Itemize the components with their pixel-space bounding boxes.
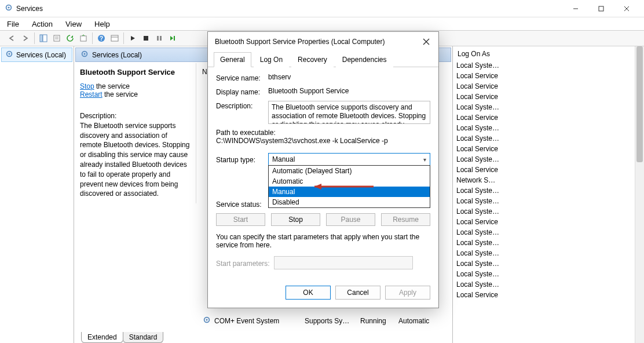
dialog-tab-logon[interactable]: Log On bbox=[254, 52, 289, 67]
toolbar-pause-icon[interactable] bbox=[153, 32, 166, 45]
logon-value[interactable]: Local Service bbox=[456, 144, 641, 154]
svg-point-23 bbox=[83, 53, 85, 54]
service-row-com-event-system[interactable]: COM+ Event System Supports Sy… Running A… bbox=[199, 313, 442, 328]
tab-standard[interactable]: Standard bbox=[123, 332, 164, 343]
logon-value[interactable]: Local Service bbox=[456, 112, 641, 123]
toolbar-refresh-icon[interactable] bbox=[64, 32, 76, 45]
toolbar-properties-icon[interactable] bbox=[50, 32, 63, 45]
window-maximize-button[interactable] bbox=[588, 0, 614, 17]
dialog-close-button[interactable] bbox=[421, 37, 431, 47]
svg-point-21 bbox=[8, 53, 10, 54]
startup-type-combobox[interactable]: Manual ▾ Automatic (Delayed Start) Autom… bbox=[268, 153, 430, 166]
tree-item-label: Services (Local) bbox=[16, 51, 66, 59]
toolbar-export-icon[interactable] bbox=[77, 32, 90, 45]
logon-value[interactable]: Local Syste… bbox=[456, 60, 641, 71]
menu-view[interactable]: View bbox=[63, 19, 84, 30]
pause-button[interactable]: Pause bbox=[326, 213, 375, 226]
logon-value[interactable]: Local Syste… bbox=[456, 196, 641, 206]
svg-rect-6 bbox=[40, 35, 42, 42]
description-label: Description: bbox=[216, 101, 268, 110]
stop-button[interactable]: Stop bbox=[271, 213, 320, 226]
logon-value[interactable]: Local Syste… bbox=[456, 248, 641, 258]
logon-value[interactable]: Local Syste… bbox=[456, 279, 641, 290]
startup-opt-disabled[interactable]: Disabled bbox=[269, 197, 430, 207]
svg-rect-17 bbox=[157, 36, 159, 41]
logon-value[interactable]: Local Service bbox=[456, 217, 641, 227]
svg-rect-3 bbox=[599, 6, 603, 11]
svg-rect-14 bbox=[111, 35, 118, 41]
service-row-desc: Supports Sy… bbox=[305, 317, 357, 325]
service-row-name: COM+ Event System bbox=[214, 317, 301, 325]
logon-value[interactable]: Local Syste… bbox=[456, 238, 641, 248]
tree-item-services-local[interactable]: Services (Local) bbox=[1, 48, 72, 62]
toolbar-restart-icon[interactable] bbox=[166, 32, 179, 45]
dialog-tab-recovery[interactable]: Recovery bbox=[291, 52, 334, 67]
logon-value-list: Local Syste…Local ServiceLocal ServiceLo… bbox=[456, 60, 641, 300]
resume-button[interactable]: Resume bbox=[381, 213, 430, 226]
menu-file[interactable]: File bbox=[5, 19, 21, 30]
apply-button[interactable]: Apply bbox=[385, 286, 430, 300]
menu-action[interactable]: Action bbox=[30, 19, 55, 30]
toolbar-view-icon[interactable] bbox=[37, 32, 50, 45]
nav-back-button[interactable] bbox=[6, 32, 19, 45]
logon-value[interactable]: Local Service bbox=[456, 81, 641, 92]
svg-rect-11 bbox=[80, 36, 86, 41]
logon-value[interactable]: Network S… bbox=[456, 175, 641, 185]
service-name-label: Service name: bbox=[216, 73, 268, 82]
start-params-hint: You can specify the start parameters tha… bbox=[216, 233, 430, 249]
svg-rect-7 bbox=[43, 35, 47, 42]
ok-button[interactable]: OK bbox=[286, 286, 331, 300]
logon-value[interactable]: Local Syste… bbox=[456, 154, 641, 165]
start-button[interactable]: Start bbox=[216, 213, 265, 226]
startup-opt-automatic[interactable]: Automatic bbox=[269, 176, 430, 187]
svg-rect-19 bbox=[174, 36, 175, 41]
logon-value[interactable]: Local Service bbox=[456, 290, 641, 300]
dialog-title-text: Bluetooth Support Service Properties (Lo… bbox=[215, 38, 421, 46]
logon-column-pane: Log On As Local Syste…Local ServiceLocal… bbox=[453, 46, 644, 343]
stop-service-link[interactable]: Stop bbox=[80, 82, 94, 90]
nav-forward-button[interactable] bbox=[19, 32, 32, 45]
startup-opt-delayed[interactable]: Automatic (Delayed Start) bbox=[269, 166, 430, 176]
toolbar-play-icon[interactable] bbox=[126, 32, 139, 45]
service-detail-title: Bluetooth Support Service bbox=[80, 68, 190, 76]
startup-type-selected: Manual bbox=[272, 155, 295, 163]
display-name-label: Display name: bbox=[216, 87, 268, 96]
scrollbar-thumb[interactable] bbox=[636, 46, 643, 162]
service-detail-panel: Bluetooth Support Service Stop the servi… bbox=[74, 63, 196, 203]
tab-extended[interactable]: Extended bbox=[81, 332, 123, 343]
svg-rect-8 bbox=[54, 35, 60, 41]
logon-value[interactable]: Local Service bbox=[456, 92, 641, 102]
logon-value[interactable]: Local Syste… bbox=[456, 269, 641, 279]
logon-value[interactable]: Local Service bbox=[456, 165, 641, 175]
dialog-tab-general[interactable]: General bbox=[214, 52, 251, 67]
menu-help[interactable]: Help bbox=[92, 19, 112, 30]
dialog-tab-dependencies[interactable]: Dependencies bbox=[336, 52, 393, 67]
toolbar-list-icon[interactable] bbox=[108, 32, 121, 45]
service-row-startup: Automatic bbox=[398, 317, 439, 325]
logon-value[interactable]: Local Service bbox=[456, 71, 641, 81]
restart-service-link[interactable]: Restart bbox=[80, 90, 103, 98]
start-params-input[interactable] bbox=[274, 256, 413, 269]
logon-value[interactable]: Local Syste… bbox=[456, 185, 641, 196]
logon-value[interactable]: Local Syste… bbox=[456, 133, 641, 144]
center-header-icon bbox=[80, 50, 89, 60]
logon-value[interactable]: Local Syste… bbox=[456, 258, 641, 269]
vertical-scrollbar[interactable] bbox=[635, 46, 644, 343]
window-close-button[interactable] bbox=[614, 0, 639, 17]
toolbar-stop-icon[interactable] bbox=[140, 32, 152, 45]
logon-value[interactable]: Local Syste… bbox=[456, 206, 641, 217]
description-textbox[interactable]: The Bluetooth service supports discovery… bbox=[268, 101, 430, 124]
properties-dialog: Bluetooth Support Service Properties (Lo… bbox=[207, 31, 439, 308]
logon-value[interactable]: Local Syste… bbox=[456, 102, 641, 112]
dialog-titlebar: Bluetooth Support Service Properties (Lo… bbox=[208, 32, 438, 52]
logon-column-header[interactable]: Log On As bbox=[456, 48, 641, 60]
cancel-button[interactable]: Cancel bbox=[335, 286, 380, 300]
startup-opt-manual[interactable]: Manual bbox=[269, 187, 430, 197]
logon-value[interactable]: Local Syste… bbox=[456, 123, 641, 133]
services-node-icon bbox=[5, 50, 13, 60]
window-minimize-button[interactable] bbox=[563, 0, 588, 17]
toolbar-help-icon[interactable]: ? bbox=[95, 32, 108, 45]
stop-suffix: the service bbox=[94, 82, 130, 90]
logon-value[interactable]: Local Syste… bbox=[456, 227, 641, 238]
startup-type-dropdown: Automatic (Delayed Start) Automatic Manu… bbox=[268, 165, 430, 208]
